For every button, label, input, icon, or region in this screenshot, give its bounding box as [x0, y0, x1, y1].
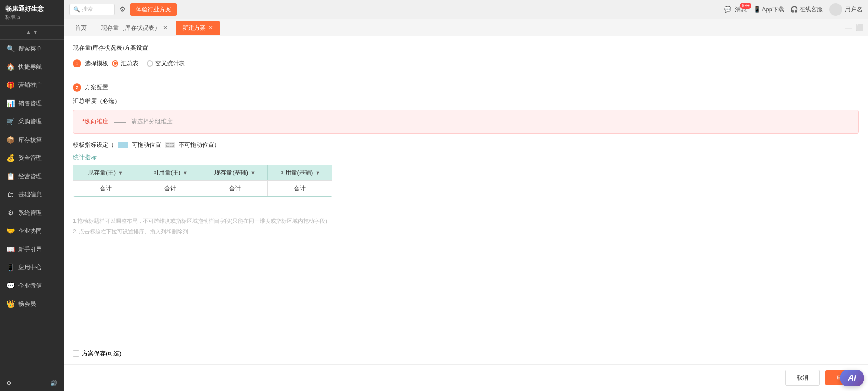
user-info[interactable]: 用户名	[829, 3, 863, 16]
ai-bubble[interactable]: Ai	[840, 370, 864, 386]
customer-service-btn[interactable]: 🎧 在线客服	[791, 5, 823, 14]
sidebar-item-system[interactable]: ⚙ 系统管理	[0, 204, 64, 222]
topbar-right: 💬 99+ 消息 📱 App下载 🎧 在线客服 用户名	[724, 3, 863, 16]
page-title: 现存量(库存状况表)方案设置	[73, 44, 859, 52]
sidebar-item-label: 快捷导航	[18, 63, 42, 71]
sidebar-item-label: 库存核算	[18, 136, 42, 144]
sidebar-collapse-btn[interactable]: ▲ ▼	[0, 26, 64, 40]
section-choose-template: 1 选择模板 汇总表 交叉统计表	[73, 59, 859, 67]
sidebar-item-label: 企业协同	[18, 227, 42, 235]
stats-col-2-data: 合计	[138, 180, 203, 196]
finance-icon: 💰	[6, 154, 15, 162]
section1-title: 选择模板	[85, 59, 108, 67]
non-draggable-position-indicator	[165, 142, 175, 148]
stats-data-row: 合计 合计 合计 合计	[73, 180, 332, 196]
volume-icon[interactable]: 🔊	[50, 380, 57, 386]
section1-num: 1	[73, 59, 81, 67]
stats-header-row: 现存量(主) ▼ 可用量(主) ▼ 现存量(基辅) ▼ 可用量(基辅)	[73, 165, 332, 180]
search-placeholder: 搜索	[82, 5, 93, 13]
message-badge: 99+	[740, 3, 751, 9]
stats-col-1-header[interactable]: 现存量(主) ▼	[73, 165, 138, 180]
save-checkbox-row: 方案保存(可选)	[64, 343, 868, 364]
sidebar-item-marketing[interactable]: 🎁 营销推广	[0, 76, 64, 94]
template-radio-group: 汇总表 交叉统计表	[112, 59, 185, 67]
sales-icon: 📊	[6, 99, 15, 108]
save-checkbox[interactable]	[73, 350, 79, 357]
window-restore-btn[interactable]: ⬜	[856, 24, 863, 32]
cancel-button[interactable]: 取消	[785, 370, 820, 386]
stats-col-3-header[interactable]: 现存量(基辅) ▼	[203, 165, 268, 180]
radio-cross-label: 交叉统计表	[155, 59, 185, 67]
purchase-icon: 🛒	[6, 118, 15, 126]
settings-icon[interactable]: ⚙	[6, 380, 12, 386]
edition-label: 标准版	[5, 14, 58, 21]
chevron-down-icon-3: ▼	[250, 170, 255, 175]
close-tab-new-plan[interactable]: ✕	[209, 25, 213, 31]
stats-col-1-name: 现存量(主)	[88, 169, 116, 177]
tab-new-plan-label: 新建方案	[182, 24, 206, 32]
topbar-search-box[interactable]: 🔍 搜索	[69, 4, 115, 15]
quick-nav-icon: 🏠	[6, 63, 15, 71]
avatar	[829, 3, 842, 16]
sidebar-item-enterprise[interactable]: 🤝 企业协同	[0, 222, 64, 240]
chat-icon: 💬	[724, 6, 731, 13]
tab-home[interactable]: 首页	[68, 21, 93, 35]
app-center-icon: 📱	[6, 263, 15, 272]
radio-summary-label: 汇总表	[121, 59, 138, 67]
sidebar-item-label: 畅会员	[18, 300, 36, 308]
app-download-btn[interactable]: 📱 App下载	[753, 5, 784, 14]
sidebar-item-quick-nav[interactable]: 🏠 快捷导航	[0, 58, 64, 76]
stats-col-4-name: 可用量(基辅)	[280, 169, 313, 177]
window-minimize-btn[interactable]: —	[845, 24, 852, 32]
tip-2: 2. 点击标题栏下拉可设置排序、插入列和删除列	[73, 227, 859, 236]
content-area: 现存量(库存状况表)方案设置 1 选择模板 汇总表 交叉统计表	[64, 36, 868, 343]
system-icon: ⚙	[6, 209, 15, 217]
stats-col-2-header[interactable]: 可用量(主) ▼	[138, 165, 203, 180]
stats-col-4-header[interactable]: 可用量(基辅) ▼	[268, 165, 332, 180]
sidebar-item-inventory[interactable]: 📦 库存核算	[0, 131, 64, 149]
stats-section: 统计指标 现存量(主) ▼ 可用量(主) ▼ 现存量(基辅)	[73, 154, 859, 197]
gear-icon[interactable]: ⚙	[119, 5, 126, 14]
stats-label: 统计指标	[73, 154, 859, 162]
stats-table: 现存量(主) ▼ 可用量(主) ▼ 现存量(基辅) ▼ 可用量(基辅)	[73, 165, 332, 197]
wechat-icon: 💬	[6, 282, 15, 290]
customer-service-label: 在线客服	[799, 5, 823, 14]
tab-new-plan[interactable]: 新建方案 ✕	[176, 21, 220, 35]
sidebar-item-label: 企业微信	[18, 282, 42, 290]
app-logo: 畅康通好生意 标准版	[0, 0, 64, 26]
trial-btn[interactable]: 体验行业方案	[130, 3, 177, 16]
sidebar-item-wechat[interactable]: 💬 企业微信	[0, 277, 64, 295]
sidebar-item-member[interactable]: 👑 畅会员	[0, 295, 64, 313]
sidebar-item-new-guide[interactable]: 📖 新手引导	[0, 240, 64, 258]
tab-inventory-status[interactable]: 现存量（库存状况表） ✕	[95, 21, 174, 35]
sidebar-item-sales[interactable]: 📊 销售管理	[0, 94, 64, 113]
sidebar-item-base-info[interactable]: 🗂 基础信息	[0, 185, 64, 204]
new-guide-icon: 📖	[6, 245, 15, 253]
user-name: 用户名	[845, 5, 863, 14]
base-info-icon: 🗂	[6, 190, 15, 199]
stats-col-4-data: 合计	[268, 180, 332, 196]
radio-cross[interactable]: 交叉统计表	[147, 59, 185, 67]
sidebar-item-app-center[interactable]: 📱 应用中心	[0, 258, 64, 277]
stats-col-3-name: 现存量(基辅)	[214, 169, 248, 177]
radio-summary[interactable]: 汇总表	[112, 59, 138, 67]
required-dimension-area: *纵向维度 —— 请选择分组维度	[73, 110, 859, 134]
divider-1	[73, 77, 859, 77]
aggregation-label: 汇总维度（必选）	[73, 97, 859, 105]
sidebar-item-label: 销售管理	[18, 99, 42, 108]
tabs-bar: 首页 现存量（库存状况表） ✕ 新建方案 ✕ — ⬜	[64, 19, 868, 36]
sidebar-item-finance[interactable]: 💰 资金管理	[0, 149, 64, 167]
chevron-down-icon-1: ▼	[118, 170, 123, 175]
section2-title: 方案配置	[85, 83, 108, 92]
brand-name: 畅康通好生意	[5, 5, 58, 14]
save-checkbox-label: 方案保存(可选)	[82, 350, 122, 358]
sidebar-item-purchase[interactable]: 🛒 采购管理	[0, 113, 64, 131]
search-menu-icon: 🔍	[6, 45, 15, 53]
tab-inventory-status-label: 现存量（库存状况表）	[101, 24, 160, 32]
bottom-bar: 取消 查询	[64, 364, 868, 391]
search-icon: 🔍	[73, 6, 80, 13]
sidebar-item-operations[interactable]: 📋 经营管理	[0, 167, 64, 185]
sidebar-item-search-menu[interactable]: 🔍 搜索菜单	[0, 40, 64, 58]
message-icon[interactable]: 💬 99+ 消息	[724, 5, 747, 14]
close-tab-inventory-status[interactable]: ✕	[163, 25, 168, 31]
